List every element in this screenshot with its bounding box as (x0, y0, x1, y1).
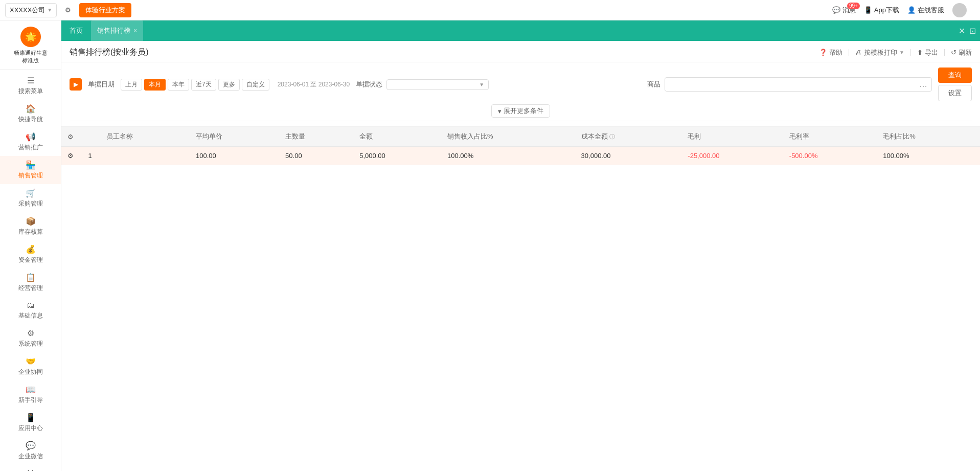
nav-icon-1: 🏠 (26, 104, 36, 114)
nav-icon-7: 📋 (26, 273, 36, 282)
filter-expand-btn[interactable]: ▶ (70, 78, 82, 91)
mobile-icon: 📱 (864, 6, 872, 14)
page-header: 销售排行榜(按业务员) ❓ 帮助 🖨 按模板打印 ▼ ⬆ (61, 41, 980, 62)
sidebar-item-9[interactable]: ⚙系统管理 (0, 324, 61, 352)
col-sales-pct: 销售收入占比% (441, 127, 575, 147)
date-range-text: 2023-06-01 至 2023-06-30 (278, 80, 350, 89)
logo-emoji: 🌟 (25, 31, 36, 42)
goods-label: 商品 (647, 80, 660, 89)
row-gross-rate: -500.00% (783, 147, 877, 165)
goods-select[interactable]: … (665, 77, 932, 92)
nav-label-12: 应用中心 (18, 424, 43, 433)
expand-label: 展开更多条件 (504, 106, 543, 116)
doc-status-chevron-icon: ▼ (479, 82, 484, 87)
col-amount: 全额 (353, 127, 441, 147)
sidebar-item-11[interactable]: 📖新手引导 (0, 380, 61, 409)
row-sales-pct: 100.00% (441, 147, 575, 165)
date-current-year-btn[interactable]: 本年 (168, 79, 189, 91)
goods-more-icon[interactable]: … (919, 80, 927, 89)
sidebar-item-2[interactable]: 📢营销推广 (0, 128, 61, 156)
col-gross: 毛利 (681, 127, 783, 147)
refresh-button[interactable]: ↺ 刷新 (951, 48, 972, 57)
tab-sales-ranking[interactable]: 销售排行榜 × (91, 20, 143, 41)
expand-icon: ▾ (498, 107, 502, 115)
divider (849, 49, 849, 56)
chevron-down-icon: ▼ (47, 7, 52, 13)
tab-bar-right: ✕ ⊡ (959, 26, 980, 36)
sidebar-item-12[interactable]: 📱应用中心 (0, 409, 61, 437)
nav-label-13: 企业微信 (18, 452, 43, 461)
nav-icon-12: 📱 (26, 413, 36, 422)
sidebar-item-3[interactable]: 🏪销售管理 (0, 156, 61, 184)
app-download-button[interactable]: 📱 App下载 (864, 6, 899, 15)
col-settings[interactable]: ⚙ (61, 127, 80, 147)
help-button[interactable]: ❓ 帮助 (819, 48, 842, 57)
doc-status-select[interactable]: ▼ (386, 79, 489, 90)
sidebar-item-1[interactable]: 🏠快捷导航 (0, 100, 61, 128)
export-button[interactable]: ⬆ 导出 (917, 48, 938, 57)
message-badge: 99+ (847, 3, 860, 9)
tab-home[interactable]: 首页 (61, 20, 91, 41)
logo-icon: 🌟 (20, 27, 41, 47)
tab-close-icon[interactable]: × (133, 27, 137, 34)
nav-label-8: 基础信息 (18, 311, 43, 320)
sidebar-item-4[interactable]: 🛒采购管理 (0, 184, 61, 212)
nav-label-10: 企业协同 (18, 368, 43, 376)
filter-settings-button[interactable]: 设置 (938, 85, 972, 101)
nav-icon-2: 📢 (26, 132, 36, 142)
company-selector[interactable]: XXXXX公司 ▼ (5, 3, 57, 17)
expand-more-btn[interactable]: ▾ 展开更多条件 (491, 104, 550, 118)
header-right: 💬 消息 99+ 📱 App下载 👤 在线客服 (832, 3, 975, 17)
date-current-month-btn[interactable]: 本月 (144, 79, 166, 91)
date-last-month-btn[interactable]: 上月 (121, 79, 142, 91)
nav-label-5: 库存核算 (18, 228, 43, 236)
print-chevron-icon: ▼ (899, 50, 904, 55)
nav-label-0: 搜索菜单 (18, 87, 43, 96)
message-button[interactable]: 💬 消息 99+ (832, 6, 856, 15)
avatar[interactable] (952, 3, 967, 17)
date-custom-btn[interactable]: 自定义 (242, 79, 269, 91)
page-actions: ❓ 帮助 🖨 按模板打印 ▼ ⬆ 导出 (819, 48, 972, 57)
export-icon: ⬆ (917, 49, 923, 56)
cost-info-icon: ⓘ (609, 133, 615, 140)
print-button[interactable]: 🖨 按模板打印 ▼ (855, 48, 904, 57)
sidebar-nav: ☰搜索菜单🏠快捷导航📢营销推广🏪销售管理🛒采购管理📦库存核算💰资金管理📋经营管理… (0, 70, 61, 471)
nav-icon-9: ⚙ (27, 328, 34, 338)
col-qty: 主数量 (279, 127, 353, 147)
row-amount: 5,000.00 (353, 147, 441, 165)
doc-status-group: 单据状态 ▼ (356, 79, 641, 90)
page-title: 销售排行榜(按业务员) (70, 47, 149, 58)
row-qty: 50.00 (279, 147, 353, 165)
tab-label: 销售排行榜 (97, 26, 130, 35)
date-last-7days-btn[interactable]: 近7天 (191, 79, 216, 91)
help-icon: ❓ (819, 49, 827, 56)
page-body: 销售排行榜(按业务员) ❓ 帮助 🖨 按模板打印 ▼ ⬆ (61, 41, 980, 471)
window-close-icon[interactable]: ✕ (959, 26, 965, 36)
row-gross: -25,000.00 (681, 147, 783, 165)
online-service-button[interactable]: 👤 在线客服 (907, 6, 944, 15)
sidebar-item-5[interactable]: 📦库存核算 (0, 212, 61, 240)
row-name (100, 147, 190, 165)
sidebar-item-6[interactable]: 💰资金管理 (0, 240, 61, 268)
sidebar-item-8[interactable]: 🗂基础信息 (0, 297, 61, 324)
divider2 (910, 49, 911, 56)
query-button[interactable]: 查询 (938, 68, 972, 83)
company-name: XXXXX公司 (10, 6, 45, 15)
sidebar-item-7[interactable]: 📋经营管理 (0, 268, 61, 297)
row-avg-price: 100.00 (190, 147, 279, 165)
nav-icon-11: 📖 (26, 385, 36, 394)
date-more-btn[interactable]: 更多 (218, 79, 240, 91)
company-settings-icon[interactable]: ⚙ (61, 3, 75, 17)
row-settings[interactable]: ⚙ (61, 147, 80, 165)
sidebar-item-13[interactable]: 💬企业微信 (0, 437, 61, 465)
window-maximize-icon[interactable]: ⊡ (969, 26, 976, 36)
trial-button[interactable]: 体验行业方案 (79, 3, 131, 17)
table-row: ⚙ 1 100.00 50.00 5,000.00 100.00% 30,000… (61, 147, 980, 165)
main-content: 首页 销售排行榜 × ✕ ⊡ 销售排行榜(按业务员) ❓ 帮助 (61, 20, 980, 471)
sidebar-item-14[interactable]: V畅会员 (0, 465, 61, 471)
nav-label-1: 快捷导航 (18, 115, 43, 124)
message-icon: 💬 (832, 6, 840, 14)
sidebar-item-0[interactable]: ☰搜索菜单 (0, 72, 61, 100)
row-rank: 1 (80, 147, 100, 165)
sidebar-item-10[interactable]: 🤝企业协同 (0, 352, 61, 380)
